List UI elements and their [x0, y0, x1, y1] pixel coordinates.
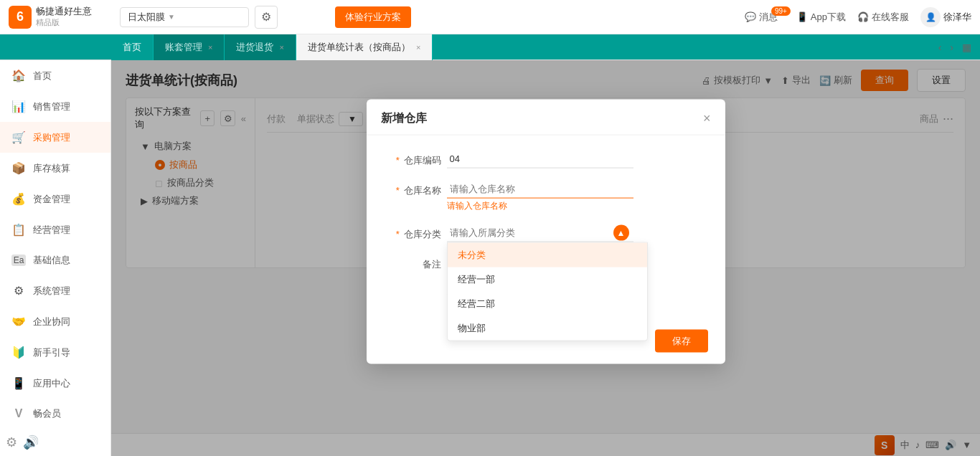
modal-title: 新增仓库 — [381, 111, 427, 126]
note-label: 备注 — [384, 254, 441, 271]
online-service-group[interactable]: 🎧 在线客服 — [857, 11, 909, 24]
store-selector[interactable]: 日太阳膜 ▼ — [120, 7, 249, 27]
headset-icon: 🎧 — [857, 11, 869, 22]
home-icon: 🏠 — [11, 69, 26, 82]
sidebar-label-basic: 基础信息 — [33, 254, 70, 267]
logo-text-area: 畅捷通好生意 精品版 — [36, 6, 92, 29]
warehouse-name-error: 请输入仓库名称 — [447, 200, 708, 212]
inventory-icon: 📦 — [11, 161, 26, 175]
category-dropdown: 未分类 经营一部 经营二部 物业部 — [447, 242, 648, 341]
warehouse-code-label: * 仓库编码 — [384, 150, 441, 167]
sidebar-item-collab[interactable]: 🤝 企业协同 — [0, 306, 110, 337]
sidebar-label-vip: 畅会员 — [33, 407, 61, 420]
save-button[interactable]: 保存 — [655, 330, 708, 353]
sidebar-item-sales[interactable]: 📊 销售管理 — [0, 91, 110, 122]
add-warehouse-modal: 新增仓库 × * 仓库编码 * 仓库名称 — [367, 100, 725, 364]
trial-button[interactable]: 体验行业方案 — [335, 6, 411, 28]
sidebar-label-collab: 企业协同 — [33, 315, 70, 328]
tab-next-icon[interactable]: › — [947, 39, 956, 56]
close-icon[interactable]: × — [208, 43, 212, 52]
close-icon[interactable]: × — [416, 43, 420, 52]
sidebar-label-guide: 新手引导 — [33, 346, 70, 359]
tab-accounts-label: 账套管理 — [165, 41, 202, 54]
sidebar: 🏠 首页 📊 销售管理 🛒 采购管理 📦 库存核算 💰 资金管理 📋 经营管理 … — [0, 60, 111, 456]
username: 徐泽华 — [943, 11, 971, 24]
settings-icon[interactable]: ⚙ — [255, 6, 278, 29]
sidebar-item-inventory[interactable]: 📦 库存核算 — [0, 153, 110, 184]
logo-area: 6 畅捷通好生意 精品版 — [9, 6, 120, 29]
store-name: 日太阳膜 — [128, 11, 165, 24]
online-service-label: 在线客服 — [872, 11, 909, 24]
sidebar-item-system[interactable]: ⚙ 系统管理 — [0, 275, 110, 306]
warehouse-category-label: * 仓库分类 — [384, 224, 441, 241]
chevron-down-icon: ▼ — [168, 13, 175, 21]
sound-icon[interactable]: 🔊 — [23, 434, 39, 450]
dropdown-item-uncategorized[interactable]: 未分类 — [448, 243, 647, 267]
tab-home-label: 首页 — [123, 41, 141, 54]
dropdown-item-property[interactable]: 物业部 — [448, 316, 647, 341]
sidebar-label-system: 系统管理 — [33, 285, 70, 298]
sales-icon: 📊 — [11, 100, 26, 113]
tab-home[interactable]: 首页 — [111, 34, 154, 60]
app-logo-icon: 6 — [9, 6, 32, 29]
tab-purchase-stats[interactable]: 进货单统计表（按商品） × — [296, 34, 433, 60]
warehouse-name-col: 请输入仓库名称 — [447, 180, 708, 212]
tab-accounts[interactable]: 账套管理 × — [154, 34, 225, 60]
header-right-area: 💬 消息 99+ 📱 App下载 🎧 在线客服 👤 徐泽华 — [745, 7, 971, 27]
operations-icon: 📋 — [11, 223, 26, 237]
modal-close-button[interactable]: × — [703, 111, 711, 126]
warehouse-name-label: * 仓库名称 — [384, 180, 441, 197]
tab-purchase-stats-label: 进货单统计表（按商品） — [308, 41, 410, 54]
appstore-icon: 📱 — [11, 376, 26, 390]
sidebar-item-appstore[interactable]: 📱 应用中心 — [0, 368, 110, 399]
warehouse-name-input[interactable] — [447, 180, 633, 199]
tab-bar: 首页 账套管理 × 进货退货 × 进货单统计表（按商品） × ‹ › ▦ — [0, 34, 980, 60]
app-download-label: App下载 — [811, 11, 846, 24]
main-layout: 🏠 首页 📊 销售管理 🛒 采购管理 📦 库存核算 💰 资金管理 📋 经营管理 … — [0, 60, 980, 456]
vip-icon: V — [11, 407, 26, 420]
notification-group[interactable]: 💬 消息 99+ — [745, 11, 785, 24]
message-icon: 💬 — [745, 11, 756, 22]
dropdown-item-operations1[interactable]: 经营一部 — [448, 267, 647, 292]
sidebar-item-purchase[interactable]: 🛒 采购管理 — [0, 122, 110, 153]
modal-body: * 仓库编码 * 仓库名称 请输入仓库名称 — [367, 136, 725, 323]
sidebar-item-vip[interactable]: V 畅会员 — [0, 399, 110, 429]
tab-returns[interactable]: 进货退货 × — [225, 34, 296, 60]
sidebar-item-basic[interactable]: Ea 基础信息 — [0, 245, 110, 275]
finance-icon: 💰 — [11, 192, 26, 206]
notification-badge: 99+ — [771, 6, 791, 16]
user-info-area[interactable]: 👤 徐泽华 — [920, 7, 971, 27]
tab-prev-icon[interactable]: ‹ — [936, 39, 945, 56]
top-header: 6 畅捷通好生意 精品版 日太阳膜 ▼ ⚙ 体验行业方案 💬 消息 99+ 📱 … — [0, 0, 980, 34]
guide-icon: 🔰 — [11, 346, 26, 359]
sidebar-label-finance: 资金管理 — [33, 193, 70, 206]
avatar: 👤 — [920, 7, 941, 27]
sidebar-item-finance[interactable]: 💰 资金管理 — [0, 184, 110, 214]
collab-icon: 🤝 — [11, 315, 26, 328]
close-icon[interactable]: × — [279, 43, 283, 52]
tab-menu-icon[interactable]: ▦ — [959, 39, 974, 56]
sidebar-item-guide[interactable]: 🔰 新手引导 — [0, 337, 110, 368]
sidebar-item-home[interactable]: 🏠 首页 — [0, 60, 110, 91]
sidebar-label-purchase: 采购管理 — [33, 131, 70, 144]
app-download-group[interactable]: 📱 App下载 — [796, 11, 846, 24]
category-arrow-button[interactable]: ▲ — [613, 225, 629, 241]
purchase-icon: 🛒 — [11, 130, 26, 144]
modal-header: 新增仓库 × — [367, 100, 725, 136]
mobile-icon: 📱 — [796, 11, 808, 22]
dropdown-item-operations2[interactable]: 经营二部 — [448, 292, 647, 316]
sidebar-label-home: 首页 — [33, 70, 52, 82]
header-search-area: 日太阳膜 ▼ ⚙ — [120, 6, 335, 29]
sidebar-bottom: ⚙ 🔊 — [0, 429, 110, 456]
logo-main-text: 畅捷通好生意 — [36, 6, 92, 18]
sidebar-label-inventory: 库存核算 — [33, 162, 70, 175]
warehouse-category-row: * 仓库分类 ▲ 未分类 经营一部 经营二部 物业部 — [384, 224, 708, 242]
category-input[interactable] — [447, 224, 633, 242]
basic-info-icon: Ea — [11, 255, 26, 266]
tab-returns-label: 进货退货 — [236, 41, 273, 54]
warehouse-code-input[interactable] — [447, 150, 633, 168]
settings-bottom-icon[interactable]: ⚙ — [6, 434, 17, 450]
sidebar-item-operations[interactable]: 📋 经营管理 — [0, 214, 110, 245]
logo-sub-text: 精品版 — [36, 17, 92, 28]
warehouse-name-row: * 仓库名称 请输入仓库名称 — [384, 180, 708, 212]
